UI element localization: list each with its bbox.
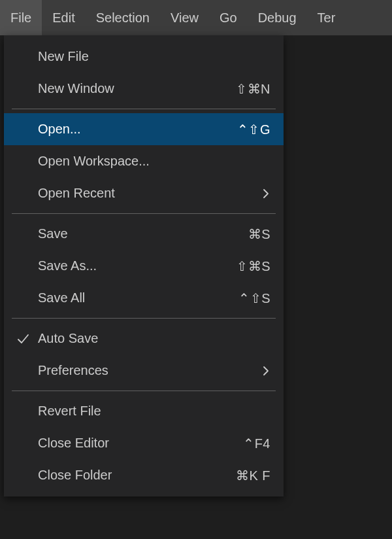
menu-item-open-workspace[interactable]: Open Workspace... xyxy=(4,145,284,177)
check-icon xyxy=(16,332,30,346)
menu-item-save-all[interactable]: Save All ⌃⇧S xyxy=(4,282,284,314)
menu-label: Open Workspace... xyxy=(38,154,270,169)
menubar-label: Ter xyxy=(318,10,336,26)
chevron-right-icon xyxy=(261,366,270,375)
menu-item-new-window[interactable]: New Window ⇧⌘N xyxy=(4,73,284,105)
menu-label: Save As... xyxy=(38,258,237,273)
menu-separator xyxy=(12,109,276,109)
menubar-item-debug[interactable]: Debug xyxy=(248,0,307,35)
menu-label: Close Editor xyxy=(38,436,243,451)
menu-shortcut: ⌘S xyxy=(248,226,270,242)
menu-shortcut: ⌘K F xyxy=(236,468,270,483)
menubar-item-file[interactable]: File xyxy=(0,0,42,35)
menu-shortcut: ⌃⇧S xyxy=(238,290,270,306)
menubar-label: View xyxy=(171,10,199,26)
menu-item-preferences[interactable]: Preferences xyxy=(4,355,284,387)
menu-item-auto-save[interactable]: Auto Save xyxy=(4,322,284,355)
menu-item-save[interactable]: Save ⌘S xyxy=(4,218,284,250)
menu-item-close-folder[interactable]: Close Folder ⌘K F xyxy=(4,459,284,491)
menubar-item-edit[interactable]: Edit xyxy=(42,0,85,35)
menu-label: Auto Save xyxy=(38,331,270,346)
menu-shortcut: ⇧⌘N xyxy=(236,81,270,97)
menu-item-new-file[interactable]: New File xyxy=(4,41,284,73)
menubar-label: Selection xyxy=(96,10,150,26)
menu-label: Revert File xyxy=(38,404,270,419)
menu-label: Close Folder xyxy=(38,468,236,483)
menubar-item-view[interactable]: View xyxy=(160,0,209,35)
menu-label: Open Recent xyxy=(38,186,261,201)
menubar-item-terminal[interactable]: Ter xyxy=(307,0,346,35)
menu-item-revert-file[interactable]: Revert File xyxy=(4,395,284,427)
menu-item-save-as[interactable]: Save As... ⇧⌘S xyxy=(4,250,284,282)
menubar-label: Go xyxy=(220,10,237,26)
file-menu-dropdown: New File New Window ⇧⌘N Open... ⌃⇧G Open… xyxy=(4,35,284,496)
menu-label: Save xyxy=(38,226,248,241)
menubar-item-go[interactable]: Go xyxy=(209,0,248,35)
menubar-label: File xyxy=(10,10,31,26)
menu-shortcut: ⇧⌘S xyxy=(237,258,270,274)
menu-separator xyxy=(12,318,276,319)
menu-label: Save All xyxy=(38,290,238,305)
menu-shortcut: ⌃⇧G xyxy=(237,122,270,137)
chevron-right-icon xyxy=(261,189,270,198)
menubar: File Edit Selection View Go Debug Ter xyxy=(0,0,392,35)
menu-separator xyxy=(12,391,276,391)
menubar-label: Debug xyxy=(258,10,297,26)
menu-label: Open... xyxy=(38,122,237,137)
menubar-label: Edit xyxy=(52,10,74,26)
menu-item-open[interactable]: Open... ⌃⇧G xyxy=(4,113,284,145)
menubar-item-selection[interactable]: Selection xyxy=(86,0,160,35)
menu-label: New File xyxy=(38,49,270,64)
menu-item-open-recent[interactable]: Open Recent xyxy=(4,177,284,209)
menu-item-close-editor[interactable]: Close Editor ⌃F4 xyxy=(4,427,284,459)
menu-separator xyxy=(12,213,276,214)
menu-label: Preferences xyxy=(38,363,261,378)
menu-label: New Window xyxy=(38,81,236,96)
menu-shortcut: ⌃F4 xyxy=(243,436,270,451)
